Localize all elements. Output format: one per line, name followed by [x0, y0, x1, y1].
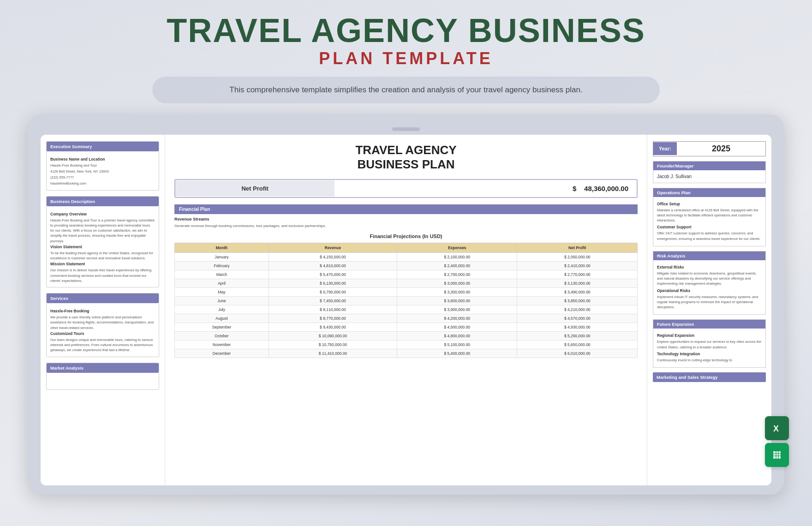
tagline: This comprehensive template simplifies t… [152, 77, 660, 103]
net-profit-label: Net Profit [175, 180, 334, 197]
future-expansion-section: Future Expansion Regional Expansion Expl… [653, 319, 766, 368]
operational-risks-label: Operational Risks [657, 288, 762, 293]
doc-title-line2: BUSINESS PLAN [358, 157, 455, 171]
year-label: Year: [653, 142, 677, 155]
founder-name: Jacob J. Sullivan [653, 170, 765, 183]
office-setup-label: Office Setup [657, 202, 762, 206]
biz-name-location-label: Business Name and Location [50, 157, 155, 161]
year-box: Year: 2025 [653, 141, 766, 156]
net-profit-banner: Net Profit $ 48,360,000.00 [174, 179, 638, 198]
executive-summary-header: Executive Summary [47, 142, 159, 151]
executive-summary-section: Executive Summary Business Name and Loca… [46, 141, 159, 191]
marketing-strategy-header: Marketing and Sales Strategy [653, 372, 766, 382]
external-risks-label: External Risks [657, 265, 762, 269]
page-header: TRAVEL AGENCY BUSINESS PLAN TEMPLATE [28, 14, 784, 68]
table-row: March$ 5,470,000.00$ 2,700,000.00$ 2,770… [175, 270, 638, 279]
year-value: 2025 [677, 142, 765, 156]
biz-address: 4126 Bell Street, New York, NY 10003 [50, 169, 155, 174]
left-column: Executive Summary Business Name and Loca… [41, 135, 165, 485]
executive-summary-content: Business Name and Location Hassle-Free B… [47, 154, 159, 190]
customer-support-text: Offer 24/7 customer support to address q… [657, 231, 762, 241]
regional-expansion-text: Explore opportunities to expand our serv… [657, 339, 762, 350]
table-row: September$ 9,430,000.00$ 4,500,000.00$ 4… [175, 323, 638, 331]
services-content: Hassle-Free Booking We provide a user-fr… [47, 306, 159, 357]
center-column: TRAVEL AGENCY BUSINESS PLAN Net Profit $… [165, 135, 647, 485]
customized-tours-label: Customized Tours [50, 331, 155, 336]
right-column: Year: 2025 Founder/Manager Jacob J. Sull… [647, 135, 771, 485]
svg-rect-3 [773, 451, 781, 459]
operational-risks-text: Implement robust IT security measures, r… [657, 294, 762, 310]
col-month: Month [175, 243, 269, 252]
operations-plan-section: Operations Plan Office Setup Maintain a … [653, 188, 766, 246]
table-row: November$ 10,750,000.00$ 5,100,000.00$ 5… [175, 340, 638, 349]
col-revenue: Revenue [269, 243, 397, 252]
table-row: July$ 8,110,000.00$ 3,900,000.00$ 4,210,… [175, 305, 638, 314]
customized-tours-text: Our team designs unique and memorable to… [50, 337, 155, 353]
operations-plan-header: Operations Plan [653, 188, 765, 197]
office-setup-text: Maintain a centralized office at 4126 Be… [657, 208, 762, 223]
excel-icon[interactable]: X [765, 416, 789, 440]
tech-integration-label: Technology Integration [657, 352, 762, 356]
business-description-header: Business Description [47, 197, 159, 206]
device-screen: Executive Summary Business Name and Loca… [41, 135, 771, 485]
tech-integration-text: Continuously invest in cutting-edge tech… [657, 358, 762, 363]
table-row: February$ 4,810,000.00$ 2,400,000.00$ 2,… [175, 261, 638, 270]
hassle-free-booking-label: Hassle-Free Booking [50, 309, 155, 313]
revenue-streams-text: Generate revenue through booking commiss… [174, 223, 638, 229]
founder-header: Founder/Manager [653, 161, 765, 170]
market-analysis-header: Market Analysis [47, 363, 159, 373]
customer-support-label: Customer Support [657, 225, 762, 229]
external-risks-text: Mitigate risks related to economic downt… [657, 271, 762, 287]
regional-expansion-label: Regional Expansion [657, 333, 762, 338]
device-mockup: Executive Summary Business Name and Loca… [28, 114, 784, 495]
sub-title: PLAN TEMPLATE [28, 49, 784, 68]
svg-text:X: X [773, 424, 779, 433]
biz-website: hasslefreeBooking.com [50, 181, 155, 186]
col-net-profit: Net Profit [517, 243, 638, 252]
net-profit-currency: $ [573, 185, 576, 192]
table-row: December$ 11,410,000.00$ 5,400,000.00$ 6… [175, 349, 638, 358]
table-row: October$ 10,090,000.00$ 4,800,000.00$ 5,… [175, 331, 638, 340]
company-overview-text: Hassle-Free Booking and Tour is a premie… [50, 218, 155, 244]
services-section: Services Hassle-Free Booking We provide … [46, 293, 159, 357]
device-notch [392, 127, 420, 131]
vision-statement-label: Vision Statement [50, 245, 155, 249]
founder-box: Founder/Manager Jacob J. Sullivan [653, 161, 766, 183]
future-expansion-content: Regional Expansion Explore opportunities… [653, 329, 765, 367]
biz-name: Hassle-Free Booking and Tour [50, 163, 155, 168]
financial-plan-header: Financial Plan [174, 204, 638, 214]
risk-analysis-content: External Risks Mitigate risks related to… [653, 260, 765, 315]
doc-title-line1: TRAVEL AGENCY [355, 143, 456, 157]
mission-statement-label: Mission Statement [50, 262, 155, 266]
market-analysis-section: Market Analysis [46, 363, 159, 390]
net-profit-value: $ 48,360,000.00 [334, 180, 637, 197]
col-expenses: Expenses [397, 243, 517, 252]
table-row: January$ 4,150,000.00$ 2,100,000.00$ 2,0… [175, 252, 638, 261]
document-title: TRAVEL AGENCY BUSINESS PLAN [174, 143, 638, 172]
overlay-icons: X [765, 416, 789, 467]
net-profit-amount: 48,360,000.00 [584, 185, 628, 192]
table-row: June$ 7,450,000.00$ 3,600,000.00$ 3,850,… [175, 296, 638, 305]
operations-plan-content: Office Setup Maintain a centralized offi… [653, 197, 765, 246]
projections-title: Financial Projections (In USD) [174, 233, 638, 239]
company-overview-label: Company Overview [50, 212, 155, 216]
revenue-streams-label: Revenue Streams [174, 217, 638, 221]
vision-statement-text: To be the leading travel agency in the U… [50, 251, 155, 261]
risk-analysis-header: Risk Analysis [653, 251, 765, 260]
business-description-content: Company Overview Hassle-Free Booking and… [47, 209, 159, 287]
mission-statement-text: Our mission is to deliver hassle-free tr… [50, 268, 155, 283]
table-row: August$ 8,770,000.00$ 4,200,000.00$ 4,57… [175, 314, 638, 323]
projections-table: Month Revenue Expenses Net Profit Januar… [174, 243, 638, 358]
hassle-free-booking-text: We provide a user-friendly online platfo… [50, 315, 155, 330]
business-description-section: Business Description Company Overview Ha… [46, 196, 159, 288]
sheets-icon[interactable] [765, 443, 789, 467]
future-expansion-header: Future Expansion [653, 320, 765, 329]
table-row: May$ 6,790,000.00$ 3,300,000.00$ 3,490,0… [175, 287, 638, 296]
services-header: Services [47, 293, 159, 303]
table-row: April$ 6,130,000.00$ 3,000,000.00$ 3,130… [175, 279, 638, 287]
biz-phone: (222) 555-7777 [50, 175, 155, 180]
market-analysis-content [47, 376, 159, 389]
main-title: TRAVEL AGENCY BUSINESS [28, 14, 784, 47]
risk-analysis-section: Risk Analysis External Risks Mitigate ri… [653, 251, 766, 315]
